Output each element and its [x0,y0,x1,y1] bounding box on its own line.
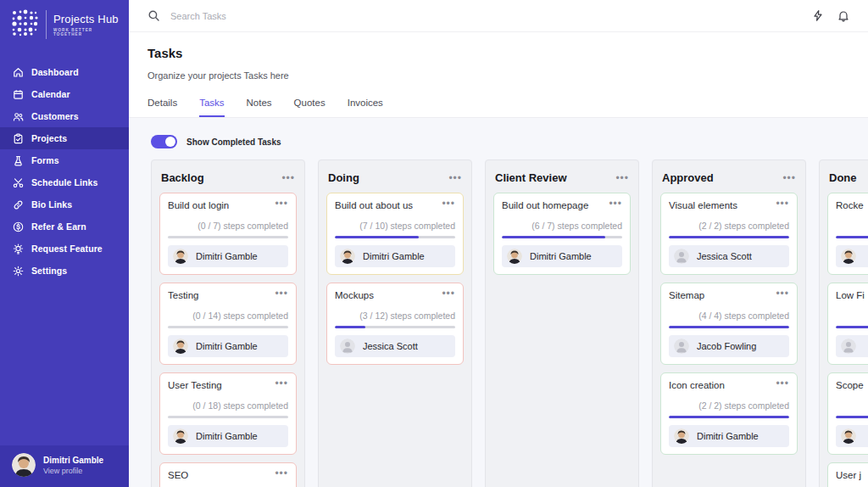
sidebar-item-label: Schedule Links [31,177,97,188]
card-menu-button[interactable]: ••• [275,380,288,387]
task-card[interactable]: SEO•••(0 / 14) steps completedDimitri Ga… [159,462,297,487]
sidebar-item-calendar[interactable]: Calendar [0,83,129,105]
card-steps-label [836,221,868,231]
task-card[interactable]: Build out homepage•••(6 / 7) steps compl… [493,193,631,275]
card-menu-button[interactable]: ••• [776,290,789,297]
card-menu-button[interactable]: ••• [609,200,622,207]
task-card[interactable]: User j••• [827,462,868,487]
tab-tasks[interactable]: Tasks [199,98,224,117]
dots-logo-icon [10,8,39,41]
sidebar-nav: DashboardCalendarCustomersProjectsFormsS… [0,61,129,282]
task-card[interactable]: Visual elements•••(2 / 2) steps complete… [660,193,798,275]
assignee-row[interactable]: Dimitri Gamble [168,335,288,357]
avatar [173,339,188,354]
task-card[interactable]: Build out login•••(0 / 7) steps complete… [159,193,297,275]
assignee-row[interactable] [836,245,868,267]
column-menu-button[interactable]: ••• [281,175,295,182]
card-title: Build out homepage [502,200,592,210]
column-title: Client Review [495,171,567,184]
task-card[interactable]: Build out about us•••(7 / 10) steps comp… [326,193,464,275]
sidebar-item-dashboard[interactable]: Dashboard [0,61,129,83]
assignee-row[interactable]: Dimitri Gamble [669,425,789,447]
bell-icon[interactable] [837,9,849,22]
task-card[interactable]: Icon creation•••(2 / 2) steps completedD… [660,372,798,455]
assignee-row[interactable]: Dimitri Gamble [335,245,455,267]
users-icon [12,110,24,122]
card-steps-label [836,400,868,411]
column-menu-button[interactable]: ••• [782,175,796,182]
link-icon [12,199,24,210]
assignee-row[interactable] [836,335,868,357]
sidebar-item-schedule-links[interactable]: Schedule Links [0,171,129,193]
page-title: Tasks [147,46,849,60]
progress-bar [669,326,789,328]
task-card[interactable]: Mockups•••(3 / 12) steps completedJessic… [326,283,464,365]
sidebar-item-forms[interactable]: Forms [0,149,129,171]
assignee-row[interactable]: Jessica Scott [335,335,455,357]
avatar [173,428,188,444]
assignee-row[interactable]: Dimitri Gamble [168,245,288,267]
card-menu-button[interactable]: ••• [776,380,789,387]
task-card[interactable]: Testing•••(0 / 14) steps completedDimitr… [159,283,297,365]
sidebar-item-customers[interactable]: Customers [0,105,129,127]
column-done: Done•••Rocke•••Low Fi•••Scope•••User j••… [819,160,868,487]
task-card[interactable]: Sitemap•••(4 / 4) steps completedJacob F… [660,283,798,365]
gear-icon [12,265,24,277]
assignee-row[interactable]: Dimitri Gamble [502,245,622,267]
task-card[interactable]: Low Fi••• [827,283,868,365]
sidebar-item-bio-links[interactable]: Bio Links [0,193,129,216]
sidebar-item-request-feature[interactable]: Request Feature [0,238,129,260]
avatar [674,428,689,444]
card-steps-label: (0 / 18) steps completed [168,400,288,411]
sidebar-item-refer-earn[interactable]: Refer & Earn [0,216,129,238]
column-menu-button[interactable]: ••• [448,175,462,182]
card-menu-button[interactable]: ••• [442,290,455,297]
scissors-icon [12,176,24,188]
tab-quotes[interactable]: Quotes [294,98,326,117]
column-title: Approved [662,171,714,184]
sidebar-item-label: Bio Links [31,199,72,210]
card-menu-button[interactable]: ••• [275,290,288,297]
card-title: SEO [168,470,192,480]
sidebar-item-label: Refer & Earn [31,221,86,232]
sidebar-item-settings[interactable]: Settings [0,260,129,282]
sidebar-item-projects[interactable]: Projects [0,127,129,149]
card-menu-button[interactable]: ••• [275,470,288,477]
tab-notes[interactable]: Notes [247,98,272,117]
sidebar-item-label: Dashboard [31,67,79,77]
card-menu-button[interactable]: ••• [442,200,455,207]
card-title: Sitemap [669,290,708,300]
show-completed-toggle[interactable] [151,135,177,148]
avatar [173,249,188,264]
search-icon [147,9,160,22]
avatar [507,249,522,264]
task-card[interactable]: Rocke••• [827,193,868,275]
assignee-row[interactable]: Dimitri Gamble [168,425,288,447]
assignee-name: Jacob Fowling [697,341,756,351]
search-bar[interactable] [147,9,802,22]
assignee-name: Dimitri Gamble [363,251,425,261]
progress-bar [168,416,288,418]
search-input[interactable] [170,11,425,21]
view-profile-link[interactable]: View profile [43,467,103,475]
assignee-row[interactable]: Jessica Scott [669,245,789,267]
column-menu-button[interactable]: ••• [615,175,629,182]
profile-footer[interactable]: Dimitri Gamble View profile [0,445,129,487]
lightning-icon[interactable] [812,9,824,22]
avatar [340,249,355,264]
progress-bar [502,236,622,238]
task-card[interactable]: Scope••• [827,372,868,455]
tab-invoices[interactable]: Invoices [348,98,383,117]
column-title: Doing [328,171,359,184]
tab-details[interactable]: Details [147,98,177,117]
card-menu-button[interactable]: ••• [275,200,288,207]
card-title: Scope [836,380,867,390]
logo-divider [46,10,47,39]
assignee-row[interactable] [836,425,868,447]
assignee-row[interactable]: Jacob Fowling [669,335,789,357]
sidebar-item-label: Forms [31,155,59,165]
brand-tagline: WORK BETTER TOGETHER [53,28,120,36]
card-menu-button[interactable]: ••• [776,200,789,207]
task-card[interactable]: User Testing•••(0 / 18) steps completedD… [159,372,297,455]
column-client-review: Client Review•••Build out homepage•••(6 … [485,160,639,487]
